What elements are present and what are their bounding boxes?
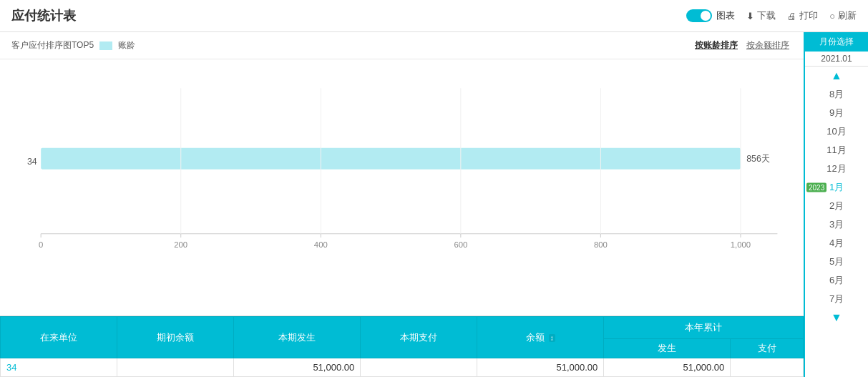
svg-text:34: 34 [27, 157, 37, 167]
col-header-ben-qi-fa-sheng: 本期发生 [234, 317, 361, 358]
unit-link[interactable]: 34 [6, 362, 16, 373]
col-header-qi-chu: 期初余额 [117, 317, 234, 358]
sidebar-month-5[interactable]: 5月 [805, 253, 868, 271]
chart-legend: 客户应付排序图TOP5 账龄 [11, 39, 692, 52]
refresh-button[interactable]: ○ 刷新 [829, 9, 857, 22]
chart-sort-buttons: 按账龄排序 按余额排序 [692, 38, 792, 53]
legend-box-label: 账龄 [118, 39, 135, 52]
sidebar-month-9[interactable]: 9月 [805, 104, 868, 122]
col-header-lei-ji-zhi-fu: 支付 [731, 339, 804, 358]
col-header-lei-ji-fa-sheng: 发生 [604, 339, 731, 358]
cell-lei-ji-zhi-fu [731, 358, 804, 377]
sort-indicator-icon: ↕ [549, 334, 555, 342]
svg-text:856天: 856天 [746, 154, 770, 164]
year-badge-2023: 2023 [806, 183, 826, 192]
col-header-ben-nian-lei-ji: 本年累计 [604, 317, 804, 339]
svg-text:1,000: 1,000 [731, 240, 751, 249]
header-actions: 图表 ⬇ 下载 🖨 打印 ○ 刷新 [686, 9, 857, 22]
print-label: 打印 [799, 9, 818, 22]
sidebar-down-button[interactable]: ▼ [805, 308, 868, 327]
sidebar-month-7[interactable]: 7月 [805, 290, 868, 308]
data-table: 在来单位 期初余额 本期发生 本期支付 余额 ↕ 本年累计 发生 [0, 315, 804, 377]
sidebar-month-2[interactable]: 2月 [805, 197, 868, 215]
cell-lei-ji-fa-sheng: 51,000.00 [604, 358, 731, 377]
bar-chart: 34 856天 0 200 400 600 [11, 65, 792, 280]
table-row: 34 51,000.00 51,000.00 51,000.00 [1, 358, 804, 377]
download-button[interactable]: ⬇ 下载 [746, 9, 776, 22]
sidebar-month-3[interactable]: 3月 [805, 215, 868, 234]
col-header-ben-qi-zhi-fu: 本期支付 [361, 317, 477, 358]
sidebar-month-1[interactable]: 2023 1月 [805, 178, 868, 197]
print-icon: 🖨 [787, 11, 796, 21]
sidebar-year-display: 2021.01 [805, 52, 868, 67]
svg-text:600: 600 [454, 240, 467, 249]
cell-ben-qi-zhi-fu [361, 358, 477, 377]
refresh-icon: ○ [829, 11, 835, 21]
cell-qi-chu [117, 358, 234, 377]
chart-toggle[interactable] [686, 9, 712, 22]
cell-ben-qi-fa-sheng: 51,000.00 [234, 358, 361, 377]
sidebar-month-4[interactable]: 4月 [805, 234, 868, 253]
col-header-unit: 在来单位 [1, 317, 117, 358]
sidebar-month-10[interactable]: 10月 [805, 122, 868, 141]
sidebar-month-6[interactable]: 6月 [805, 271, 868, 290]
svg-rect-1 [41, 148, 741, 170]
toggle-label: 图表 [716, 9, 735, 22]
chart-header: 客户应付排序图TOP5 账龄 按账龄排序 按余额排序 [0, 32, 804, 59]
col-header-yu-e: 余额 ↕ [477, 317, 604, 358]
svg-text:800: 800 [594, 240, 608, 249]
legend-box [99, 41, 112, 50]
sort-by-age-button[interactable]: 按账龄排序 [692, 38, 741, 53]
yu-e-label: 余额 [526, 332, 545, 343]
cell-yu-e: 51,000.00 [477, 358, 604, 377]
sort-by-balance-button[interactable]: 按余额排序 [743, 38, 792, 53]
svg-text:200: 200 [174, 240, 187, 249]
cell-unit: 34 [1, 358, 117, 377]
sidebar-month-11[interactable]: 11月 [805, 141, 868, 160]
svg-text:0: 0 [39, 240, 43, 249]
chart-container: 34 856天 0 200 400 600 [0, 59, 804, 315]
print-button[interactable]: 🖨 打印 [787, 9, 818, 22]
sidebar-month-8[interactable]: 8月 [805, 85, 868, 104]
page-title: 应付统计表 [11, 7, 686, 24]
legend-text: 客户应付排序图TOP5 [11, 39, 94, 52]
chart-toggle-wrap[interactable]: 图表 [686, 9, 735, 22]
svg-text:400: 400 [314, 240, 328, 249]
sidebar-month-12[interactable]: 12月 [805, 160, 868, 178]
sidebar-up-button[interactable]: ▲ [805, 67, 868, 85]
sidebar-title: 月份选择 [805, 32, 868, 52]
download-label: 下载 [757, 9, 776, 22]
download-icon: ⬇ [746, 11, 754, 21]
month-sidebar: 月份选择 2021.01 ▲ 8月 9月 10月 11月 12月 2023 1月… [804, 32, 868, 377]
refresh-label: 刷新 [838, 9, 857, 22]
